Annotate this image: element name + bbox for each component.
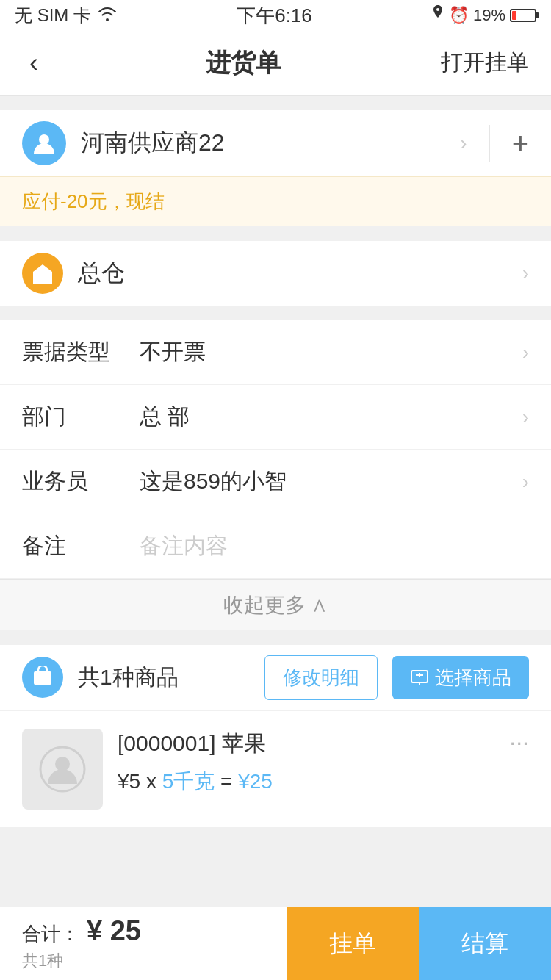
product-total: ¥25 bbox=[238, 770, 273, 793]
open-pending-button[interactable]: 打开挂单 bbox=[441, 48, 529, 78]
product-multiply: x bbox=[146, 770, 162, 793]
carrier-text: 无 SIM 卡 bbox=[15, 4, 91, 27]
nav-bar: ‹ 进货单 打开挂单 bbox=[0, 31, 551, 96]
invoice-type-label: 票据类型 bbox=[22, 337, 140, 367]
select-product-button[interactable]: 选择商品 bbox=[392, 656, 529, 699]
select-product-label: 选择商品 bbox=[435, 665, 511, 691]
bottom-spacer bbox=[0, 827, 551, 901]
gap-1 bbox=[0, 96, 551, 110]
hang-button[interactable]: 挂单 bbox=[287, 907, 419, 980]
battery-percent: 19% bbox=[473, 6, 505, 25]
status-bar-right: ⏰ 19% bbox=[431, 5, 536, 26]
supplier-avatar bbox=[22, 121, 66, 165]
product-qty: 5千克 bbox=[162, 770, 215, 793]
product-section-icon bbox=[22, 657, 63, 698]
total-amount: ¥ 25 bbox=[87, 915, 141, 947]
page-title: 进货单 bbox=[206, 46, 281, 80]
svg-point-0 bbox=[39, 134, 49, 145]
warehouse-icon bbox=[22, 253, 63, 294]
product-unit-price: ¥5 bbox=[118, 770, 140, 793]
product-price-row: ¥5 x 5千克 = ¥25 bbox=[118, 768, 487, 796]
gap-4 bbox=[0, 630, 551, 645]
total-row: 合计： ¥ 25 bbox=[22, 915, 264, 947]
product-info: [0000001] 苹果 ¥5 x 5千克 = ¥25 bbox=[118, 729, 487, 796]
bottom-bar: 合计： ¥ 25 共1种 挂单 结算 bbox=[0, 907, 551, 980]
product-more-button[interactable]: ··· bbox=[502, 729, 529, 756]
invoice-type-value: 不开票 bbox=[140, 337, 522, 367]
gap-2 bbox=[0, 226, 551, 241]
location-icon bbox=[431, 5, 444, 26]
alarm-icon: ⏰ bbox=[449, 6, 469, 25]
salesperson-chevron-icon: › bbox=[522, 470, 529, 494]
status-bar-left: 无 SIM 卡 bbox=[15, 4, 118, 27]
total-section: 合计： ¥ 25 共1种 bbox=[0, 907, 287, 980]
department-label: 部门 bbox=[22, 402, 140, 432]
wifi-icon bbox=[97, 5, 118, 26]
invoice-type-row[interactable]: 票据类型 不开票 › bbox=[0, 320, 551, 385]
invoice-type-chevron-icon: › bbox=[522, 341, 529, 364]
collapse-bar[interactable]: 收起更多 ∧ bbox=[0, 579, 551, 630]
status-bar-time: 下午6:16 bbox=[237, 3, 312, 29]
product-thumbnail bbox=[22, 729, 103, 810]
department-row[interactable]: 部门 总 部 › bbox=[0, 385, 551, 450]
product-equals: = bbox=[220, 770, 238, 793]
supplier-name: 河南供应商22 bbox=[81, 127, 460, 159]
modify-detail-button[interactable]: 修改明细 bbox=[264, 655, 378, 700]
total-sub: 共1种 bbox=[22, 950, 264, 972]
department-value: 总 部 bbox=[140, 402, 522, 432]
salesperson-row[interactable]: 业务员 这是859的小智 › bbox=[0, 450, 551, 514]
gap-3 bbox=[0, 306, 551, 320]
salesperson-label: 业务员 bbox=[22, 466, 140, 497]
product-count-label: 共1种商品 bbox=[78, 663, 250, 693]
product-header: 共1种商品 修改明细 选择商品 bbox=[0, 645, 551, 710]
add-supplier-button[interactable]: + bbox=[512, 127, 529, 160]
supplier-section[interactable]: 河南供应商22 › + bbox=[0, 110, 551, 176]
remark-row[interactable]: 备注 备注内容 bbox=[0, 514, 551, 579]
remark-label: 备注 bbox=[22, 531, 140, 561]
salesperson-value: 这是859的小智 bbox=[140, 466, 522, 497]
warehouse-chevron-icon: › bbox=[522, 262, 529, 285]
back-button[interactable]: ‹ bbox=[22, 40, 46, 86]
svg-rect-1 bbox=[34, 671, 51, 685]
alert-banner: 应付-20元，现结 bbox=[0, 176, 551, 226]
status-bar: 无 SIM 卡 下午6:16 ⏰ 19% bbox=[0, 0, 551, 31]
battery-icon bbox=[510, 9, 536, 22]
product-card: [0000001] 苹果 ¥5 x 5千克 = ¥25 ··· bbox=[0, 711, 551, 827]
warehouse-section[interactable]: 总仓 › bbox=[0, 241, 551, 306]
supplier-divider bbox=[489, 125, 490, 162]
supplier-chevron-icon: › bbox=[460, 131, 467, 155]
total-label: 合计： bbox=[22, 921, 79, 947]
warehouse-name: 总仓 bbox=[78, 257, 522, 289]
product-name: [0000001] 苹果 bbox=[118, 729, 487, 759]
remark-placeholder: 备注内容 bbox=[140, 531, 529, 561]
department-chevron-icon: › bbox=[522, 406, 529, 429]
checkout-button[interactable]: 结算 bbox=[419, 907, 551, 980]
